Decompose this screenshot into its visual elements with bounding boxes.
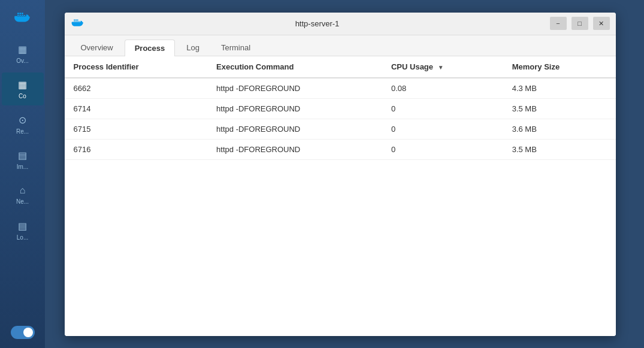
cell-pid: 6714 (65, 98, 208, 119)
cell-cpu: 0 (382, 139, 503, 159)
table-header-row: Process Identifier Execution Command CPU… (65, 56, 616, 78)
cell-mem: 3.6 MB (503, 119, 616, 139)
sidebar-item-images[interactable]: ▤ Im... (2, 143, 44, 176)
cell-pid: 6662 (65, 78, 208, 99)
cell-cmd: httpd -DFOREGROUND (207, 78, 382, 99)
tabs-bar: Overview Process Log Terminal (65, 35, 616, 56)
cell-mem: 4.3 MB (503, 78, 616, 99)
images-icon: ▤ (18, 150, 27, 161)
window-title: http-server-1 (85, 19, 550, 28)
window-content: Process Identifier Execution Command CPU… (65, 56, 616, 336)
sidebar-label-logs: Lo... (17, 234, 28, 241)
sidebar-item-registry[interactable]: ⊙ Re... (2, 108, 44, 141)
sidebar: ▦ Ov... ▦ Co ⊙ Re... ▤ Im... ⌂ Ne... ▤ L… (0, 0, 45, 348)
cell-pid: 6716 (65, 139, 208, 159)
cell-cmd: httpd -DFOREGROUND (207, 98, 382, 119)
tab-terminal[interactable]: Terminal (211, 39, 261, 56)
containers-icon: ▦ (18, 79, 27, 90)
sidebar-item-overview[interactable]: ▦ Ov... (2, 37, 44, 70)
minimize-button[interactable]: − (550, 17, 567, 30)
window-docker-logo (71, 16, 85, 31)
col-header-cmd: Execution Command (207, 56, 382, 78)
logs-icon: ▤ (18, 220, 27, 232)
sidebar-label-registry: Re... (16, 128, 29, 135)
cell-mem: 3.5 MB (503, 139, 616, 159)
tab-overview[interactable]: Overview (71, 39, 123, 56)
sidebar-label-overview: Ov... (16, 58, 28, 64)
cpu-sort-arrow: ▼ (438, 64, 444, 71)
table-row: 6716httpd -DFOREGROUND03.5 MB (65, 139, 616, 159)
col-header-mem: Memory Size (503, 56, 616, 78)
sidebar-label-containers: Co (19, 93, 26, 99)
cell-cmd: httpd -DFOREGROUND (207, 139, 382, 159)
col-header-cpu[interactable]: CPU Usage ▼ (382, 56, 503, 78)
cell-cmd: httpd -DFOREGROUND (207, 119, 382, 139)
col-header-pid: Process Identifier (65, 56, 208, 78)
sidebar-item-network[interactable]: ⌂ Ne... (2, 178, 44, 211)
process-table: Process Identifier Execution Command CPU… (65, 56, 616, 160)
toggle-button[interactable] (11, 326, 35, 339)
maximize-button[interactable]: □ (572, 17, 588, 30)
tab-log[interactable]: Log (176, 39, 210, 56)
cell-cpu: 0.08 (382, 78, 503, 99)
cell-pid: 6715 (65, 119, 208, 139)
container-window: http-server-1 − □ ✕ Overview Process Log… (65, 13, 616, 336)
tab-process[interactable]: Process (125, 40, 176, 56)
table-row: 6662httpd -DFOREGROUND0.084.3 MB (65, 78, 616, 99)
close-button[interactable]: ✕ (593, 17, 610, 30)
main-area: http-server-1 − □ ✕ Overview Process Log… (45, 0, 644, 348)
app-logo (11, 6, 35, 30)
sidebar-label-images: Im... (17, 164, 28, 170)
table-row: 6715httpd -DFOREGROUND03.6 MB (65, 119, 616, 139)
network-icon: ⌂ (20, 185, 26, 196)
registry-icon: ⊙ (19, 114, 26, 126)
cell-cpu: 0 (382, 119, 503, 139)
cell-mem: 3.5 MB (503, 98, 616, 119)
window-titlebar: http-server-1 − □ ✕ (65, 13, 616, 35)
sidebar-item-logs[interactable]: ▤ Lo... (2, 214, 44, 247)
window-controls: − □ ✕ (550, 17, 610, 30)
overview-icon: ▦ (18, 44, 27, 55)
table-row: 6714httpd -DFOREGROUND03.5 MB (65, 98, 616, 119)
sidebar-item-containers[interactable]: ▦ Co (2, 72, 44, 105)
cell-cpu: 0 (382, 98, 503, 119)
sidebar-label-network: Ne... (16, 198, 29, 205)
